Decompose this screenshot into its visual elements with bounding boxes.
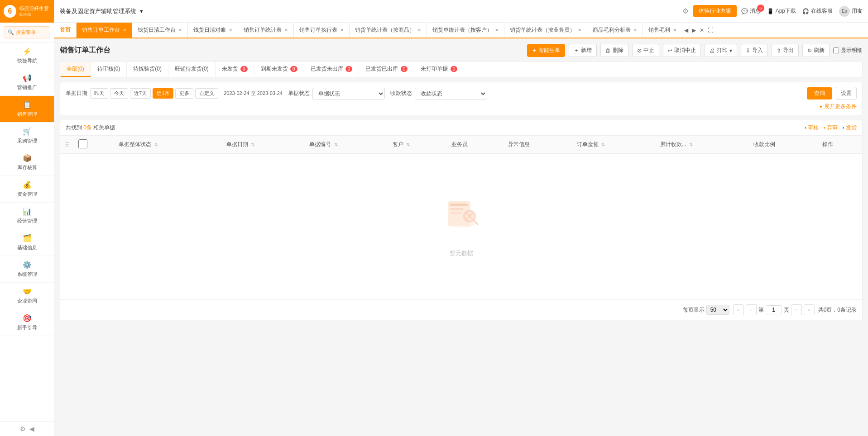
filter-date-yesterday[interactable]: 昨天: [90, 88, 108, 99]
main-area: 装备及固定资产辅助管理系统 ▾ ⚙ 体验行业方案 💬 6 消息 📱 App下载 …: [54, 0, 868, 436]
filter-date-more[interactable]: 更多: [175, 88, 193, 99]
tab-cash-clear[interactable]: 钱货日清工作台 ✕: [132, 23, 188, 38]
filter-date-custom[interactable]: 自定义: [195, 88, 218, 99]
tab-sales-stat[interactable]: 销售订单统计表 ✕: [238, 23, 294, 38]
tab-sales-stat-staff[interactable]: 销货单统计表（按业务员） ✕: [504, 23, 587, 38]
tab-close-cash-reconcile[interactable]: ✕: [229, 28, 232, 33]
sidebar-item-inventory[interactable]: 📦 库存核算: [0, 149, 54, 176]
select-all-checkbox[interactable]: [78, 139, 87, 148]
industry-solution-button[interactable]: 体验行业方案: [693, 5, 737, 17]
message-button[interactable]: 💬 6 消息: [741, 7, 761, 15]
tabbar-next-button[interactable]: ▶: [690, 27, 698, 33]
tab-cash-reconcile[interactable]: 钱货日清对账 ✕: [188, 23, 238, 38]
sidebar-item-guide[interactable]: 🎯 新手引导: [0, 309, 54, 336]
page-size-select[interactable]: 50 10 20 100: [706, 305, 729, 315]
print-button[interactable]: 🖨 打印 ▾: [705, 44, 737, 57]
sidebar-settings-button[interactable]: ⚙: [20, 425, 26, 432]
ship-action-button[interactable]: 发货: [842, 124, 857, 132]
sort-date-icon[interactable]: ⇅: [251, 142, 254, 147]
tab-close-sales-stat[interactable]: ✕: [284, 28, 288, 33]
sidebar-item-purchase[interactable]: 🛒 采购管理: [0, 123, 54, 149]
sidebar-item-basic[interactable]: 🗂️ 基础信息: [0, 229, 54, 256]
sidebar-item-finance[interactable]: 💰 资金管理: [0, 176, 54, 203]
sort-status-icon[interactable]: ⇅: [154, 142, 158, 147]
show-detail-label[interactable]: 显示明细: [833, 47, 863, 54]
horizontal-scrollbar[interactable]: [60, 294, 862, 299]
sidebar-item-quicknav[interactable]: ⚡ 快捷导航: [0, 43, 54, 69]
table-count: 共找到 0条 相关单据: [66, 124, 115, 132]
subtab-pending-check[interactable]: 待拣验货(0): [127, 62, 168, 77]
filter-payment-select[interactable]: 收款状态: [415, 88, 487, 100]
new-order-button[interactable]: ＋ 新增: [569, 44, 597, 57]
import-button[interactable]: ⇩ 导入: [741, 44, 768, 57]
tabbar-prev-button[interactable]: ◀: [682, 27, 690, 33]
subtab-wangpu[interactable]: 旺铺待发货(0): [168, 62, 216, 77]
refresh-button[interactable]: ↻ 刷新: [802, 44, 830, 57]
sidebar-item-marketing[interactable]: 📢 营销推广: [0, 69, 54, 96]
app-logo-icon: 6: [4, 5, 16, 18]
filter-date-7days[interactable]: 近7天: [130, 88, 151, 99]
sidebar-item-operation[interactable]: 📊 经营管理: [0, 203, 54, 229]
pagination-total: 共0页，0条记录: [818, 306, 857, 314]
tab-close-sales-stat-staff[interactable]: ✕: [578, 28, 581, 33]
subtab-all[interactable]: 全部(0): [60, 62, 91, 77]
tab-close-sales-stat-customer[interactable]: ✕: [495, 28, 499, 33]
filter-date-1month[interactable]: 近1月: [153, 88, 173, 99]
pagination-page-input[interactable]: [766, 305, 782, 314]
filter-status-select[interactable]: 单据状态: [312, 88, 385, 100]
stop-button[interactable]: ⊘ 中止: [632, 44, 659, 57]
tabbar-maximize-button[interactable]: ⛶: [706, 27, 715, 33]
subtab-shipped-out[interactable]: 已发货已出库 0: [359, 62, 414, 77]
filter-set-button[interactable]: 设置: [836, 87, 857, 100]
tab-sales-order[interactable]: 销售订单工作台 ✕: [77, 23, 132, 38]
tab-sales-stat-product[interactable]: 销货单统计表（按商品） ✕: [350, 23, 427, 38]
sort-number-icon[interactable]: ⇅: [334, 142, 338, 147]
cancel-review-action-button[interactable]: 弃审: [823, 124, 838, 132]
sort-amount-icon[interactable]: ⇅: [601, 142, 605, 147]
pagination-first-button[interactable]: «: [733, 304, 744, 315]
search-menu-button[interactable]: 🔍 搜索菜单: [4, 26, 50, 38]
subtab-pending-review[interactable]: 待审核(0): [91, 62, 127, 77]
pagination-next-button[interactable]: ›: [791, 304, 802, 315]
filter-date-today[interactable]: 今天: [110, 88, 128, 99]
sidebar-item-sales[interactable]: 📋 销售管理: [0, 96, 54, 123]
tab-close-sales-gross[interactable]: ✕: [673, 28, 676, 33]
tab-close-sales-order[interactable]: ✕: [123, 28, 126, 33]
subtab-not-shipped[interactable]: 未发货 0: [216, 62, 254, 77]
user-menu-button[interactable]: Ea 用友: [839, 6, 863, 17]
tab-sales-stat-customer[interactable]: 销货单统计表（按客户） ✕: [427, 23, 504, 38]
export-button[interactable]: ⇧ 导出: [772, 44, 799, 57]
subtab-expired-not-shipped[interactable]: 到期未发货 0: [254, 62, 304, 77]
app-download-button[interactable]: 📱 App下载: [767, 7, 796, 15]
review-action-button[interactable]: 审核: [804, 124, 819, 132]
sort-customer-icon[interactable]: ⇅: [406, 142, 410, 147]
cancel-stop-button[interactable]: ↩ 取消中止: [663, 44, 701, 57]
tab-home[interactable]: 首页: [54, 23, 77, 38]
system-dropdown-button[interactable]: ▾: [140, 8, 143, 14]
tab-close-profit-analysis[interactable]: ✕: [633, 28, 637, 33]
delete-button[interactable]: 🗑 删除: [600, 44, 628, 57]
tab-close-sales-exec[interactable]: ✕: [340, 28, 344, 33]
online-service-button[interactable]: 🎧 在线客服: [802, 7, 833, 15]
tab-profit-analysis[interactable]: 商品毛利分析表 ✕: [587, 23, 643, 38]
tab-close-sales-stat-product[interactable]: ✕: [417, 28, 421, 33]
smart-generate-button[interactable]: ✦ 智能生单: [527, 44, 565, 57]
tab-close-cash-clear[interactable]: ✕: [178, 28, 182, 33]
show-detail-checkbox[interactable]: [833, 47, 839, 53]
pagination-last-button[interactable]: »: [804, 304, 815, 315]
th-customer: 客户 ⇅: [388, 136, 447, 154]
app-name: 畅捷通好生意: [19, 5, 49, 11]
subtab-shipped-not-out[interactable]: 已发货未出库 0: [304, 62, 360, 77]
settings-icon[interactable]: ⚙: [682, 7, 689, 15]
sidebar-item-system[interactable]: ⚙️ 系统管理: [0, 256, 54, 283]
tab-sales-exec[interactable]: 销售订单执行表 ✕: [294, 23, 350, 38]
sort-collected-icon[interactable]: ⇅: [689, 142, 693, 147]
subtab-not-printed[interactable]: 未打印单据 0: [414, 62, 464, 77]
tabbar-close-all-button[interactable]: ✕: [698, 27, 706, 33]
sidebar-item-enterprise[interactable]: 🤝 企业协同: [0, 283, 54, 309]
tab-sales-gross[interactable]: 销售毛利 ✕: [643, 23, 682, 38]
pagination-prev-button[interactable]: ‹: [746, 304, 757, 315]
filter-query-button[interactable]: 查询: [807, 87, 832, 100]
sidebar-collapse-button[interactable]: ◀: [29, 425, 34, 432]
filter-expand-button[interactable]: ▾ 展开更多条件: [820, 103, 857, 110]
